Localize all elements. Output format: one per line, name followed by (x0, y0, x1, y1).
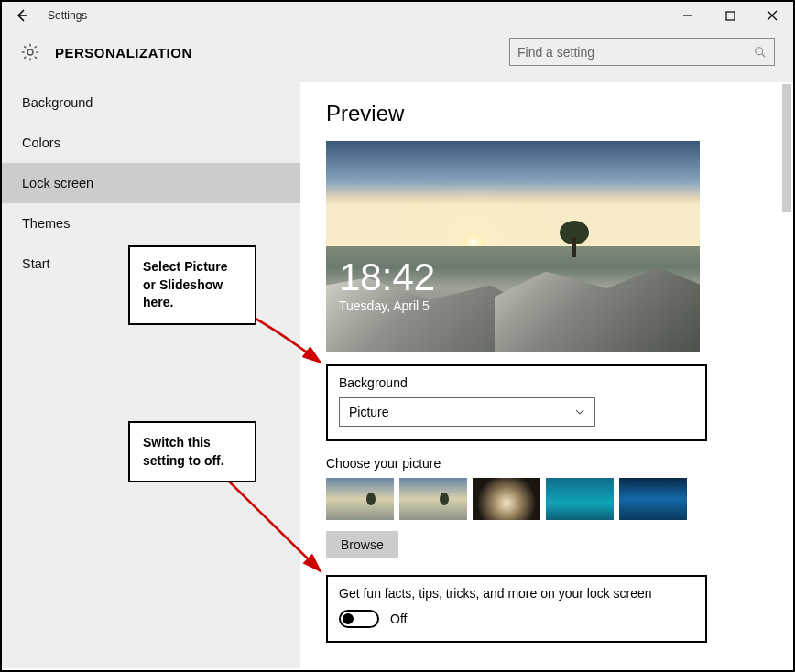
preview-date: Tuesday, April 5 (339, 298, 435, 313)
search-input[interactable]: Find a setting (509, 38, 775, 66)
sidebar-item-themes[interactable]: Themes (2, 203, 300, 244)
choose-picture-label: Choose your picture (326, 456, 766, 471)
minimize-button[interactable] (667, 2, 709, 29)
sidebar-item-background[interactable]: Background (2, 82, 300, 123)
svg-point-1 (27, 49, 33, 55)
background-dropdown[interactable]: Picture (339, 397, 595, 427)
preview-time: 18:42 (339, 258, 435, 297)
body: Background Colors Lock screen Themes Sta… (2, 82, 793, 668)
sidebar-item-lock-screen[interactable]: Lock screen (2, 163, 300, 203)
content: Preview 18:42 Tuesday, April 5 Backgroun… (300, 82, 793, 668)
titlebar: Settings (2, 2, 793, 29)
gear-icon (20, 42, 40, 62)
background-dropdown-value: Picture (349, 405, 389, 419)
minimize-icon (682, 10, 693, 21)
fun-facts-toggle[interactable] (339, 610, 379, 628)
preview-heading: Preview (326, 101, 766, 126)
fun-facts-label: Get fun facts, tips, tricks, and more on… (339, 586, 694, 601)
picture-thumbnail[interactable] (619, 478, 687, 520)
arrow-left-icon (15, 8, 29, 23)
sidebar: Background Colors Lock screen Themes Sta… (2, 82, 300, 668)
maximize-icon (725, 11, 735, 21)
fun-facts-section: Get fun facts, tips, tricks, and more on… (326, 575, 707, 643)
fun-facts-state: Off (390, 612, 407, 626)
picture-thumbnail[interactable] (326, 478, 394, 520)
picture-thumbnail[interactable] (546, 478, 614, 520)
choose-picture-section: Choose your picture Browse (326, 456, 766, 558)
maximize-button[interactable] (709, 2, 751, 29)
header: PERSONALIZATION Find a setting (2, 29, 793, 82)
browse-button[interactable]: Browse (326, 531, 398, 558)
background-section: Background Picture (326, 364, 707, 441)
lock-screen-preview: 18:42 Tuesday, April 5 (326, 141, 700, 352)
picture-thumbnail[interactable] (399, 478, 467, 520)
back-button[interactable] (2, 2, 42, 29)
close-button[interactable] (751, 2, 793, 29)
annotation-callout-2: Switch this setting to off. (128, 421, 256, 482)
preview-clock: 18:42 Tuesday, April 5 (339, 258, 435, 313)
search-placeholder: Find a setting (517, 45, 754, 60)
close-icon (767, 10, 778, 21)
svg-point-2 (756, 48, 763, 55)
background-label: Background (339, 375, 694, 390)
sidebar-item-colors[interactable]: Colors (2, 123, 300, 163)
annotation-callout-1: Select Picture or Slideshow here. (128, 245, 256, 325)
chevron-down-icon (574, 406, 585, 417)
picture-thumbnail[interactable] (473, 478, 540, 520)
svg-rect-0 (726, 12, 735, 20)
page-heading: PERSONALIZATION (55, 45, 192, 60)
search-icon (754, 46, 767, 59)
window-title: Settings (48, 9, 87, 22)
scrollbar[interactable] (782, 84, 791, 212)
